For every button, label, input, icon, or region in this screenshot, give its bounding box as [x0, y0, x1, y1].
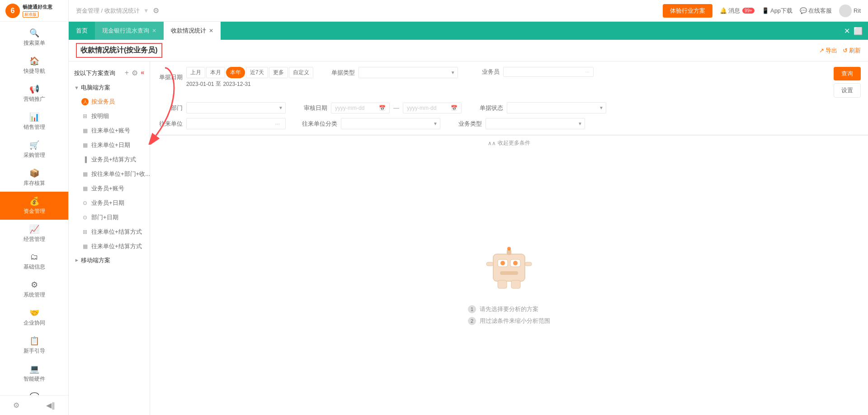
export-button[interactable]: ↗ 导出 [819, 47, 837, 55]
audit-date-inputs: yyyy-mm-dd 📅 — yyyy-mm-dd 📅 [331, 103, 462, 113]
scheme-item-partner-settle1[interactable]: ⊞ 往来单位+结算方式 [69, 225, 150, 239]
guide-icon: 📋 [29, 336, 39, 346]
scheme-item-salesman-date[interactable]: ⊙ 业务员+日期 [69, 196, 150, 210]
search-icon: 🔍 [29, 28, 39, 38]
date-btn-this-year[interactable]: 本年 [226, 67, 245, 78]
filter-row-2: 部门 审核日期 yyyy-mm-dd 📅 [157, 102, 861, 113]
doc-type-filter: 单据类型 [330, 67, 458, 78]
collapse-panel-button[interactable]: « [141, 69, 144, 77]
sidebar-item-system[interactable]: ⚙ 系统管理 [0, 275, 68, 303]
sidebar-item-purchase[interactable]: 🛒 采购管理 [0, 136, 68, 164]
audit-date-separator: — [392, 104, 401, 111]
app-download-area[interactable]: 📱 App下载 [762, 7, 793, 15]
business-type-select[interactable] [486, 118, 585, 129]
doc-status-select-wrap [507, 102, 606, 113]
sidebar-item-inventory[interactable]: 📦 库存核算 [0, 164, 68, 192]
scheme-item-salesman-settle[interactable]: ▐ 业务员+结算方式 [69, 152, 150, 167]
purchase-icon: 🛒 [29, 140, 39, 150]
tab-bank[interactable]: 现金银行流水查询 ✕ [95, 22, 164, 40]
topbar-gear-button[interactable]: ⚙ [153, 6, 159, 15]
scheme-item-partner-settle2[interactable]: ▦ 往来单位+结算方式 [69, 239, 150, 254]
scheme-group-pc-title[interactable]: ▼ 电脑端方案 [69, 81, 150, 94]
scheme-item-by-detail[interactable]: ⊞ 按明细 [69, 109, 150, 123]
enterprise-icon: 🤝 [29, 308, 39, 318]
tab-home[interactable]: 首页 [69, 22, 95, 40]
tab-collection[interactable]: 收款情况统计 ✕ [164, 22, 221, 40]
app-download-label: App下载 [770, 7, 793, 15]
scheme-item-partner-date[interactable]: ▦ 往来单位+日期 [69, 138, 150, 152]
sidebar-item-basic[interactable]: 🗂 基础信息 [0, 248, 68, 275]
dept-select[interactable] [186, 102, 286, 113]
sidebar-item-marketing[interactable]: 📢 营销推广 [0, 80, 68, 108]
scheme-item-partner-account[interactable]: ▦ 往来单位+账号 [69, 123, 150, 138]
audit-date-start-input[interactable]: yyyy-mm-dd 📅 [331, 103, 390, 113]
sidebar-item-wechat[interactable]: 💬 企业微信 [0, 387, 68, 395]
sidebar-item-operation[interactable]: 📈 经营管理 [0, 220, 68, 248]
maximize-button[interactable]: ⬜ [854, 27, 863, 35]
tab-bank-close[interactable]: ✕ [152, 28, 156, 34]
sidebar-item-finance[interactable]: 💰 资金管理 [0, 192, 68, 220]
settings-button[interactable]: 设置 [834, 83, 861, 98]
sidebar-item-label: 经营管理 [24, 236, 45, 243]
partner-dots[interactable]: ··· [273, 120, 282, 127]
sidebar-footer: ⚙ ◀‖ [0, 395, 68, 415]
topbar-left: 资金管理 / 收款情况统计 ▼ ⚙ [76, 6, 159, 15]
scheme-item-dept-date[interactable]: ⊙ 部门+日期 [69, 210, 150, 225]
empty-tips: 1 请先选择要分析的方案 2 用过滤条件来缩小分析范围 [468, 305, 550, 325]
user-avatar[interactable]: Rit [839, 5, 861, 17]
doc-status-select[interactable] [507, 102, 606, 113]
scheme-item-by-salesman[interactable]: 人 按业务员 [69, 94, 150, 109]
scheme-settings-button[interactable]: ⚙ [132, 69, 138, 77]
partner-input-area[interactable]: ··· [186, 118, 286, 129]
tab-collection-close[interactable]: ✕ [209, 28, 213, 34]
query-button[interactable]: 查询 [834, 67, 861, 80]
sidebar-item-shortcut[interactable]: 🏠 快捷导航 [0, 52, 68, 80]
audit-date-start-placeholder: yyyy-mm-dd [335, 105, 364, 111]
detail-scheme-icon: ⊞ [81, 113, 89, 120]
salesman-input-area[interactable]: ··· [503, 67, 594, 77]
sidebar-item-label: 智能硬件 [24, 375, 45, 383]
sidebar-item-enterprise[interactable]: 🤝 企业协同 [0, 303, 68, 331]
date-btn-custom[interactable]: 自定义 [289, 67, 313, 78]
sidebar-item-label: 采购管理 [24, 151, 45, 159]
notification-area[interactable]: 🔔 消息 99+ [720, 7, 755, 15]
date-btn-this-month[interactable]: 本月 [206, 67, 225, 78]
sidebar-item-guide[interactable]: 📋 新手引导 [0, 331, 68, 359]
trial-button[interactable]: 体验行业方案 [663, 4, 712, 18]
dept-filter: 部门 [157, 102, 286, 113]
footer-settings-button[interactable]: ⚙ [13, 401, 19, 410]
scheme-item-partner-dept-collect[interactable]: ▦ 按往来单位+部门+收... [69, 167, 150, 181]
sidebar-item-search[interactable]: 🔍 搜索菜单 [0, 24, 68, 52]
svg-rect-9 [525, 262, 532, 266]
download-icon: 📱 [762, 7, 769, 14]
salesman-label: 业务员 [474, 68, 500, 76]
sidebar-item-sales[interactable]: 📊 销售管理 [0, 108, 68, 136]
doc-type-select[interactable] [359, 67, 458, 78]
partner-category-select-wrap [341, 118, 440, 129]
svg-rect-10 [498, 280, 507, 288]
scheme-item-salesman-account[interactable]: ▦ 业务员+账号 [69, 181, 150, 196]
empty-tip-1: 1 请先选择要分析的方案 [468, 305, 550, 313]
online-service-area[interactable]: 💬 在线客服 [800, 7, 832, 15]
scheme-group-mobile-title[interactable]: ▼ 移动端方案 [69, 254, 150, 267]
partner-category-select[interactable] [341, 118, 440, 129]
collapse-filter-button[interactable]: ∧∧ 收起更多条件 [150, 135, 868, 151]
empty-illustration [482, 241, 536, 296]
marketing-icon: 📢 [29, 84, 39, 94]
refresh-button[interactable]: ↺ 刷新 [843, 47, 861, 55]
sidebar-item-label: 库存核算 [24, 179, 45, 187]
date-btn-last-month[interactable]: 上月 [186, 67, 205, 78]
operation-icon: 📈 [29, 224, 39, 234]
tabs-bar: 首页 现金银行流水查询 ✕ 收款情况统计 ✕ ✕ ⬜ [69, 22, 868, 40]
close-all-button[interactable]: ✕ [844, 27, 850, 35]
footer-collapse-button[interactable]: ◀‖ [46, 401, 55, 410]
scheme-group-pc-label: 电脑端方案 [81, 84, 110, 92]
sidebar-item-hardware[interactable]: 💻 智能硬件 [0, 359, 68, 387]
audit-date-end-input[interactable]: yyyy-mm-dd 📅 [403, 103, 462, 113]
sidebar-item-label: 资金管理 [24, 208, 45, 215]
date-btn-7days[interactable]: 近7天 [246, 67, 268, 78]
date-btn-more[interactable]: 更多 [269, 67, 288, 78]
add-scheme-button[interactable]: + [125, 69, 129, 77]
refresh-icon: ↺ [843, 47, 848, 54]
page-header: 收款情况统计(按业务员) ↗ 导出 ↺ 刷新 [69, 40, 868, 61]
